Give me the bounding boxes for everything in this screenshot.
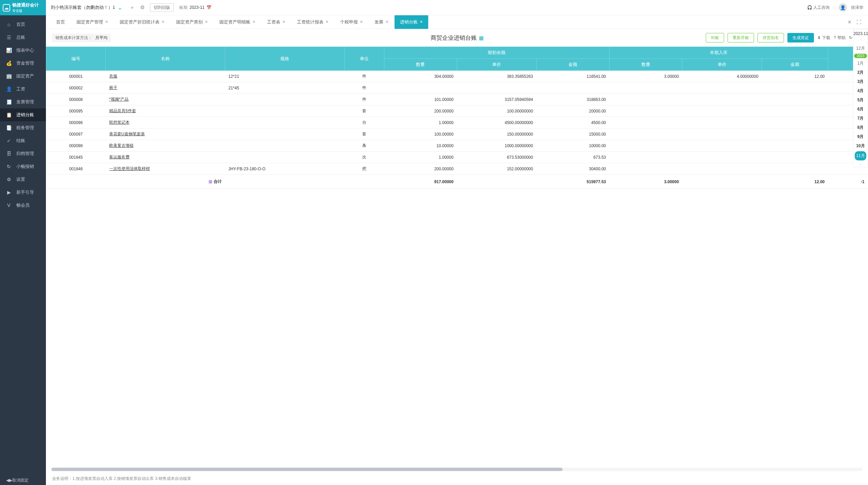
item-name-link[interactable]: 衣服 [109,74,117,79]
nav-label: 小畅报销 [16,163,34,170]
tabbar: 首页固定资产管理✕固定资产折旧统计表✕固定资产类别✕固定资产明细账✕工资表✕工资… [46,15,868,29]
col-opening: 期初余额 [384,47,609,59]
month-item[interactable]: 3月 [853,77,868,86]
close-icon[interactable]: ✕ [385,20,388,24]
item-name-link[interactable]: 青花瓷U盘钢笔套装 [109,132,145,136]
item-name-link[interactable]: *视频*产品 [109,97,129,102]
sidebar-item-8[interactable]: 📑税务管理 [0,121,46,134]
close-icon[interactable]: ✕ [360,20,363,24]
month-item[interactable]: 4月 [853,86,868,96]
support-link[interactable]: 🎧 人工咨询 [807,5,830,11]
mp-down-icon[interactable]: ⌄ [853,161,868,167]
help-link[interactable]: ? 帮助 [834,35,846,41]
nav-label: 归档管理 [16,151,34,157]
close-icon[interactable]: ✕ [252,20,255,24]
support-label: 人工咨询 [813,5,830,10]
sidebar-item-12[interactable]: ⚙设置 [0,173,46,186]
nav-icon: ⌂ [6,22,12,27]
reconcile-button[interactable]: 对账 [706,33,724,42]
sidebar: ☁ 畅捷通好会计 专业版 ⌂首页☰总账📊报表中心💰资金管理🏢固定资产👤工资🧾发票… [0,0,46,485]
nav-label: 设置 [16,176,25,183]
sidebar-item-2[interactable]: 📊报表中心 [0,44,46,57]
alias-button[interactable]: 存货别名 [757,33,784,42]
month-item[interactable]: 6月 [853,105,868,114]
nav-label: 发票管理 [16,99,34,105]
nav-label: 资金管理 [16,60,34,66]
tab[interactable]: 固定资产折旧统计表✕ [114,15,170,29]
period-value[interactable]: 2023-11 [189,5,204,10]
sidebar-item-14[interactable]: V畅会员 [0,199,46,212]
nav-label: 固定资产 [16,73,34,79]
sidebar-item-0[interactable]: ⌂首页 [0,18,46,31]
account-selector[interactable]: 刘小艳演示账套（勿删勿动！）1 [51,4,115,11]
item-name-link[interactable]: 客运服务费 [109,155,130,159]
content-head: 销售成本计算方法： 月平均 商贸企业进销台账 ▦ 对账 重新开账 存货别名 生成… [46,29,868,47]
tab[interactable]: 工资统计报表✕ [291,15,334,29]
sidebar-item-10[interactable]: 🗄归档管理 [0,147,46,160]
tab[interactable]: 发票✕ [369,15,394,29]
month-item[interactable]: 7月 [853,114,868,123]
logo-icon: ☁ [3,4,10,12]
sidebar-item-7[interactable]: 📋进销台账 [0,108,46,121]
nav-label: 新手引导 [16,189,34,195]
tab-label: 进销台账 [400,19,418,25]
sidebar-item-3[interactable]: 💰资金管理 [0,57,46,70]
item-name-link[interactable]: 精品茶具5件套 [109,108,136,113]
tab[interactable]: 首页 [51,15,70,29]
add-icon[interactable]: ＋ [130,4,135,11]
sidebar-item-4[interactable]: 🏢固定资产 [0,70,46,83]
mp-up-icon[interactable]: ⌃ [853,38,868,44]
tab[interactable]: 固定资产类别✕ [171,15,213,29]
avatar[interactable]: 👤 [839,3,847,12]
item-name-link[interactable]: 一次性使用活体取样钳 [109,166,150,171]
chevron-down-icon[interactable]: ⌄ [118,4,122,11]
nav-icon: 🧾 [6,99,12,105]
calendar-icon[interactable]: 📅 [206,5,212,10]
month-item[interactable]: 5月 [853,96,868,105]
month-item[interactable]: 2月 [853,68,868,77]
user-name[interactable]: 徐泽华 [851,5,863,11]
sidebar-item-9[interactable]: ✓结账 [0,134,46,147]
tab[interactable]: 进销台账✕ [395,15,428,29]
sidebar-item-1[interactable]: ☰总账 [0,31,46,44]
table-row: 000097青花瓷U盘钢笔套装套100.00000150.00000000150… [46,128,868,140]
close-icon[interactable]: ✕ [326,20,329,24]
tab[interactable]: 固定资产管理✕ [71,15,114,29]
h-scrollbar[interactable] [51,468,863,471]
gear-icon[interactable]: ⚙ [140,4,145,11]
month-item[interactable]: 12月 [853,44,868,53]
tab-label: 发票 [374,19,383,25]
month-item[interactable]: 1月 [853,59,868,68]
tab[interactable]: 固定资产明细账✕ [214,15,261,29]
close-icon[interactable]: ✕ [205,20,208,24]
ledger-table: 编号 名称 规格 单位 期初余额 本期入库 数量 单价 金额 数量 单价 [46,47,868,189]
close-icon[interactable]: ✕ [420,20,423,24]
sidebar-item-11[interactable]: ↻小畅报销 [0,160,46,173]
month-item[interactable]: 9月 [853,132,868,141]
sidebar-item-6[interactable]: 🧾发票管理 [0,96,46,108]
switch-old-button[interactable]: 切到旧版 [150,3,174,12]
item-name-link[interactable]: 裤子 [109,85,117,90]
close-icon[interactable]: ✕ [282,20,285,24]
close-icon[interactable]: ✕ [105,20,108,24]
tab[interactable]: 个税申报✕ [335,15,368,29]
footer-note: 业务说明：1.按进项发票自动入库 2.按销项发票自动出库 3.销售成本自动核算 [46,472,868,485]
item-name-link[interactable]: 联想笔记本 [109,120,130,125]
download-link[interactable]: ⬇ 下载 [817,35,830,41]
tab[interactable]: 工资表✕ [262,15,291,29]
item-name-link[interactable]: 欧美复古项链 [109,143,134,148]
sidebar-item-13[interactable]: ▶新手引导 [0,186,46,199]
detail-icon[interactable]: ▦ [479,35,484,41]
close-icon[interactable]: ✕ [162,20,165,24]
month-item[interactable]: 11月 [855,151,866,160]
unpin-button[interactable]: ◀▶ 取消固定 [0,475,46,485]
nav-icon: ↻ [6,164,12,169]
month-item[interactable]: 8月 [853,123,868,132]
sidebar-item-5[interactable]: 👤工资 [0,83,46,96]
mp-year[interactable]: 2023.11 [853,29,868,38]
fullscreen-icon[interactable]: ⛶ [856,19,861,25]
month-item[interactable]: 10月 [853,141,868,151]
close-all-icon[interactable]: ✕ [848,19,852,25]
restart-button[interactable]: 重新开账 [728,33,754,42]
gen-voucher-button[interactable]: 生成凭证 [787,33,814,42]
